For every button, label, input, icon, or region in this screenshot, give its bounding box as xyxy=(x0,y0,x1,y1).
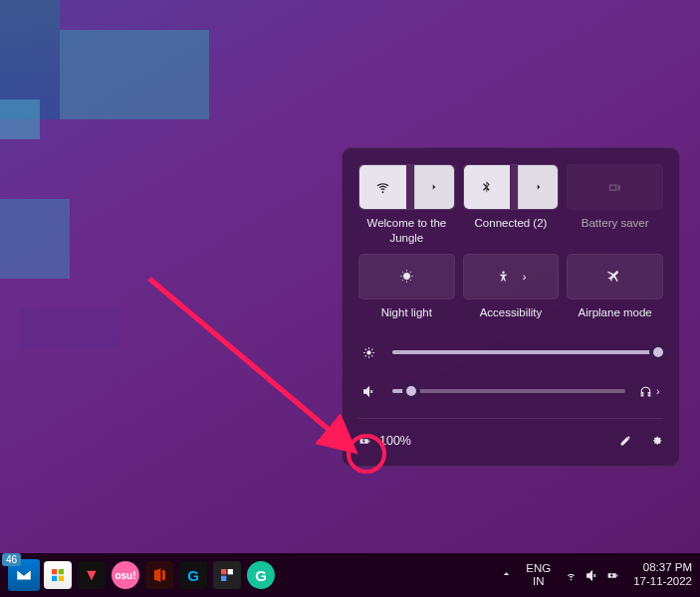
grammarly-app[interactable]: G xyxy=(247,561,275,589)
night-light-tile[interactable] xyxy=(358,254,455,299)
airplane-label: Airplane mode xyxy=(579,305,652,320)
svg-line-6 xyxy=(364,349,365,350)
wifi-expand-button[interactable] xyxy=(414,165,454,209)
system-tray[interactable] xyxy=(565,569,619,582)
mail-app[interactable]: 46 xyxy=(8,559,40,591)
bluetooth-toggle[interactable] xyxy=(464,165,511,209)
microsoft-store-app[interactable] xyxy=(44,561,72,589)
logitech-icon: G xyxy=(187,567,199,584)
battery-saver-tile xyxy=(567,164,663,210)
svg-rect-16 xyxy=(221,576,226,581)
date: 17-11-2022 xyxy=(633,575,692,589)
airplane-mode-tile[interactable] xyxy=(567,254,663,299)
svg-rect-12 xyxy=(52,576,57,581)
tray-overflow-button[interactable] xyxy=(501,568,512,582)
battery-status[interactable]: 100% xyxy=(358,434,411,448)
edit-button[interactable] xyxy=(619,433,632,450)
svg-point-1 xyxy=(366,350,370,354)
valorant-app[interactable]: ▼ xyxy=(78,561,106,589)
night-light-icon xyxy=(399,269,414,284)
night-light-label: Night light xyxy=(381,305,432,320)
office-icon xyxy=(150,566,168,584)
svg-rect-11 xyxy=(59,569,64,574)
chevron-right-icon xyxy=(534,182,544,192)
chevron-right-icon xyxy=(429,182,439,192)
wifi-tile[interactable] xyxy=(358,164,455,210)
headphones-icon xyxy=(639,385,652,398)
wifi-toggle[interactable] xyxy=(359,165,406,209)
mail-count-badge: 46 xyxy=(2,553,21,566)
language-primary: ENG xyxy=(526,562,551,575)
bluetooth-expand-button[interactable] xyxy=(518,165,558,209)
generic-app-icon xyxy=(219,567,235,583)
language-secondary: IN xyxy=(526,575,551,588)
brightness-icon xyxy=(358,346,378,359)
accessibility-tile[interactable]: › xyxy=(463,254,560,299)
accessibility-label: Accessibility xyxy=(480,305,543,320)
volume-muted-icon xyxy=(585,569,598,582)
quick-settings-panel: Welcome to the Jungle Connected (2) Batt… xyxy=(342,147,680,467)
volume-slider-row: › xyxy=(358,385,663,398)
bluetooth-label: Connected (2) xyxy=(475,216,548,231)
osu-icon: osu! xyxy=(115,570,135,581)
brightness-slider-row xyxy=(358,346,663,359)
app-icon[interactable] xyxy=(213,561,241,589)
svg-rect-15 xyxy=(228,569,233,574)
clock[interactable]: 08:37 PM 17-11-2022 xyxy=(633,561,692,589)
brightness-slider[interactable] xyxy=(392,350,663,354)
wifi-icon xyxy=(375,180,390,195)
settings-button[interactable] xyxy=(650,433,663,450)
svg-rect-14 xyxy=(221,569,226,574)
battery-saver-label: Battery saver xyxy=(582,216,649,231)
valorant-icon: ▼ xyxy=(84,566,100,584)
chevron-right-icon: › xyxy=(523,271,527,283)
battery-charging-icon xyxy=(606,569,619,582)
bluetooth-tile[interactable] xyxy=(463,164,560,210)
logitech-app[interactable]: G xyxy=(179,561,207,589)
pencil-icon xyxy=(619,434,632,447)
mail-icon xyxy=(15,566,33,584)
battery-charging-icon xyxy=(358,435,371,448)
svg-line-7 xyxy=(371,355,372,356)
audio-output-button[interactable]: › xyxy=(639,385,663,398)
volume-mute-button[interactable] xyxy=(358,385,378,398)
svg-rect-10 xyxy=(52,569,57,574)
battery-percent: 100% xyxy=(379,434,411,448)
store-icon xyxy=(49,566,67,584)
chevron-up-icon xyxy=(501,568,512,579)
office-app[interactable] xyxy=(145,561,173,589)
taskbar: 46 ▼ osu! G G ENG IN 08:37 PM 17- xyxy=(0,553,700,597)
bluetooth-icon xyxy=(479,180,494,195)
time: 08:37 PM xyxy=(633,561,692,575)
osu-app[interactable]: osu! xyxy=(112,561,139,589)
language-indicator[interactable]: ENG IN xyxy=(526,562,551,588)
airplane-icon xyxy=(607,269,622,284)
svg-line-8 xyxy=(364,355,365,356)
volume-slider[interactable] xyxy=(392,389,625,393)
wifi-icon xyxy=(565,569,578,582)
gear-icon xyxy=(650,434,663,447)
svg-line-9 xyxy=(371,349,372,350)
battery-saver-icon xyxy=(607,180,622,195)
volume-muted-icon xyxy=(362,385,375,398)
wifi-label: Welcome to the Jungle xyxy=(358,216,455,246)
accessibility-icon xyxy=(496,269,511,284)
grammarly-icon: G xyxy=(255,567,267,584)
chevron-right-icon: › xyxy=(656,385,660,397)
svg-rect-13 xyxy=(59,576,64,581)
quick-settings-grid: Welcome to the Jungle Connected (2) Batt… xyxy=(358,164,663,320)
